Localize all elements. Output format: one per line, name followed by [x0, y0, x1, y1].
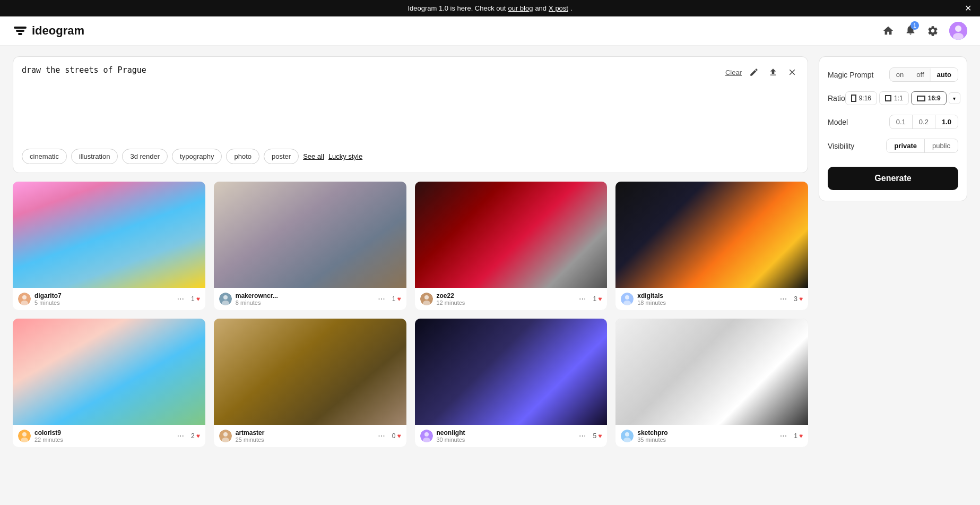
gallery-item[interactable]: digarito75 minutes ··· 1 ♥ — [13, 182, 205, 310]
more-options-button[interactable]: ··· — [777, 430, 790, 442]
close-banner-button[interactable]: ✕ — [965, 4, 972, 13]
svg-point-13 — [424, 295, 429, 299]
svg-point-4 — [955, 25, 961, 32]
style-tag-poster[interactable]: poster — [264, 149, 299, 164]
svg-point-22 — [223, 432, 228, 436]
more-options-button[interactable]: ··· — [175, 430, 187, 442]
user-info: digarito75 minutes — [18, 292, 62, 306]
gallery-item[interactable]: xdigitals18 minutes ··· 3 ♥ — [615, 182, 808, 310]
blog-link[interactable]: our blog — [508, 4, 533, 12]
ratio-dropdown-button[interactable]: ▾ — [949, 92, 960, 104]
more-options-button[interactable]: ··· — [175, 293, 187, 305]
gallery-image — [415, 182, 608, 288]
model-0-1[interactable]: 0.1 — [890, 115, 912, 129]
model-toggle: 0.1 0.2 1.0 — [889, 115, 958, 129]
more-options-button[interactable]: ··· — [576, 430, 588, 442]
gallery-image — [214, 182, 406, 288]
settings-icon[interactable] — [927, 25, 939, 37]
ratio-label: Ratio — [828, 94, 845, 102]
magic-prompt-toggle: on off auto — [889, 67, 958, 82]
generate-button[interactable]: Generate — [828, 167, 958, 190]
gallery-image — [615, 182, 808, 288]
heart-icon: ♥ — [598, 432, 602, 440]
gallery-item[interactable]: artmaster25 minutes ··· 0 ♥ — [214, 319, 406, 447]
user-details: neonlight30 minutes — [437, 429, 465, 443]
lucky-style-button[interactable]: Lucky style — [328, 152, 362, 160]
prompt-panel: Clear — [13, 56, 808, 173]
notifications-button[interactable]: 1 — [905, 24, 916, 38]
logo-text: ideogram — [32, 24, 84, 38]
gallery-meta: zoe2212 minutes ··· 1 ♥ — [415, 288, 608, 310]
magic-prompt-off[interactable]: off — [910, 68, 930, 81]
like-count: 1 ♥ — [392, 295, 401, 303]
visibility-private[interactable]: private — [887, 139, 924, 152]
gallery-item[interactable]: makerowncr...8 minutes ··· 1 ♥ — [214, 182, 406, 310]
header: ideogram 1 — [0, 16, 980, 46]
user-avatar[interactable] — [949, 22, 967, 40]
like-count: 0 ♥ — [392, 432, 401, 440]
user-avatar-small — [420, 430, 433, 442]
x-link[interactable]: X post — [549, 4, 568, 12]
style-tag-illustration[interactable]: illustration — [71, 149, 118, 164]
model-1-0[interactable]: 1.0 — [935, 115, 958, 129]
gallery-meta: makerowncr...8 minutes ··· 1 ♥ — [214, 288, 406, 310]
user-info: sketchpro35 minutes — [621, 429, 667, 443]
gallery-item[interactable]: zoe2212 minutes ··· 1 ♥ — [415, 182, 608, 310]
gallery-meta: colorist922 minutes ··· 2 ♥ — [13, 425, 205, 447]
more-options-button[interactable]: ··· — [777, 293, 790, 305]
meta-right: ··· 5 ♥ — [576, 430, 602, 442]
settings-panel: Magic Prompt on off auto Ratio 9:16 — [819, 56, 967, 201]
style-tag-typography[interactable]: typography — [172, 149, 222, 164]
username: artmaster — [236, 429, 265, 436]
ratio-9-16[interactable]: 9:16 — [845, 91, 877, 105]
home-icon[interactable] — [882, 25, 894, 37]
ratio-1-1[interactable]: 1:1 — [879, 91, 909, 105]
edit-button[interactable] — [747, 65, 761, 79]
logo[interactable]: ideogram — [13, 23, 84, 38]
right-panel: Magic Prompt on off auto Ratio 9:16 — [819, 56, 967, 447]
close-prompt-button[interactable] — [785, 65, 799, 79]
heart-icon: ♥ — [397, 432, 401, 440]
more-options-button[interactable]: ··· — [576, 293, 588, 305]
see-all-button[interactable]: See all — [303, 152, 324, 160]
user-time: 5 minutes — [34, 299, 62, 306]
visibility-public[interactable]: public — [924, 139, 958, 152]
banner-period: . — [570, 4, 573, 12]
ratio-16-9[interactable]: 16:9 — [911, 91, 947, 105]
magic-prompt-on[interactable]: on — [890, 68, 910, 81]
user-time: 25 minutes — [236, 436, 265, 443]
style-tag-photo[interactable]: photo — [226, 149, 259, 164]
user-time: 35 minutes — [637, 436, 667, 443]
upload-button[interactable] — [766, 65, 780, 79]
gallery-item[interactable]: neonlight30 minutes ··· 5 ♥ — [415, 319, 608, 447]
magic-prompt-auto[interactable]: auto — [931, 68, 958, 81]
gallery-item[interactable]: sketchpro35 minutes ··· 1 ♥ — [615, 319, 808, 447]
like-count: 1 ♥ — [191, 295, 200, 303]
style-tag-cinematic[interactable]: cinematic — [22, 149, 67, 164]
svg-rect-2 — [18, 33, 22, 35]
clear-button[interactable]: Clear — [725, 69, 742, 76]
ratio-setting: Ratio 9:16 1:1 16:9 ▾ — [828, 91, 958, 105]
gallery-meta: xdigitals18 minutes ··· 3 ♥ — [615, 288, 808, 310]
user-time: 8 minutes — [236, 299, 278, 306]
gallery-image — [615, 319, 808, 425]
username: neonlight — [437, 429, 465, 436]
more-options-button[interactable]: ··· — [375, 430, 387, 442]
banner-and: and — [535, 4, 547, 12]
prompt-input[interactable] — [22, 65, 725, 97]
gallery-item[interactable]: colorist922 minutes ··· 2 ♥ — [13, 319, 205, 447]
visibility-setting: Visibility private public — [828, 139, 958, 153]
user-info: neonlight30 minutes — [420, 429, 465, 443]
magic-prompt-setting: Magic Prompt on off auto — [828, 67, 958, 82]
user-avatar-small — [621, 430, 634, 442]
more-options-button[interactable]: ··· — [375, 293, 387, 305]
username: zoe22 — [437, 292, 465, 299]
username: colorist9 — [34, 429, 63, 436]
style-tag-3d-render[interactable]: 3d render — [122, 149, 168, 164]
username: sketchpro — [637, 429, 667, 436]
image-gallery: digarito75 minutes ··· 1 ♥ makerowncr...… — [13, 182, 808, 447]
model-label: Model — [828, 118, 848, 126]
meta-right: ··· 1 ♥ — [375, 293, 401, 305]
model-0-2[interactable]: 0.2 — [912, 115, 935, 129]
user-time: 22 minutes — [34, 436, 63, 443]
